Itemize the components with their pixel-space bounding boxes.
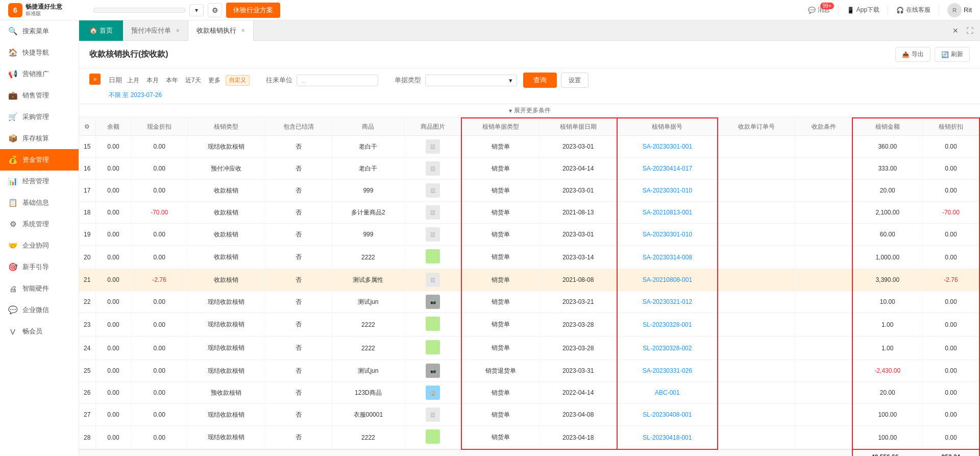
sidebar-item-经营管理[interactable]: 📊 经营管理 [0,171,79,192]
close-tab-btn[interactable]: ✕ [949,25,962,37]
sidebar-item-快捷导航[interactable]: 🏠 快捷导航 [0,42,79,63]
service-icon: 🎧 [896,7,904,14]
cell-bill-no[interactable]: SA-20230301-001 [617,136,718,158]
cell-settled: 否 [265,291,332,313]
sidebar-item-采购管理[interactable]: 🛒 采购管理 [0,106,79,128]
product-image [426,249,440,263]
cell-bill-type: 销货单 [461,382,539,404]
th-settings[interactable]: ⚙ [79,118,95,136]
expand-arrow[interactable]: » [89,74,101,85]
tab-prepay-close[interactable]: × [176,28,180,34]
cell-write-off-disc: 0.00 [922,180,979,202]
cell-type: 预收款核销 [188,382,265,404]
dropdown-button[interactable]: ▾ [189,4,204,16]
gear-button[interactable]: ⚙ [208,3,222,17]
tab-home-label: 首页 [100,26,113,35]
cell-discount: 0.00 [131,404,188,426]
cell-bill-no[interactable]: SL-20230328-002 [617,337,718,360]
cell-discount: 0.00 [131,246,188,269]
table-row: 27 0.00 0.00 现结收款核销 否 衣服00001 🖼 销货单 2023… [79,404,979,426]
cell-bill-no[interactable]: SA-20230314-008 [617,246,718,269]
product-image: 🏢 [426,386,440,400]
cell-settled: 否 [265,136,332,158]
th-amount: 核销金额 [852,118,923,136]
cell-goods-img: 🖼 [405,180,462,202]
sidebar-label: 采购管理 [22,112,49,122]
sidebar-item-新手引导[interactable]: 🎯 新手引导 [0,256,79,278]
sidebar-item-企业协同[interactable]: 🤝 企业协同 [0,235,79,256]
partner-dots: ... [301,77,307,84]
industry-button[interactable]: 休验行业方案 [226,3,280,18]
cell-goods-img: 🖼 [405,224,462,246]
cell-bill-no[interactable]: SL-20230328-001 [617,313,718,337]
cell-bill-no[interactable]: SA-20230301-010 [617,180,718,202]
cell-discount: -2.76 [131,269,188,291]
sidebar-item-库存核算[interactable]: 📦 库存核算 [0,128,79,149]
main-layout: 🔍 搜索菜单 🏠 快捷导航 📢 营销推广 💼 销售管理 🛒 采购管理 📦 库存核… [0,20,980,456]
cell-order-no [718,158,795,180]
table-row: 25 0.00 0.00 现结收款核销 否 测试jun 📷 销货退货单 2023… [79,360,979,382]
last7-link[interactable]: 近7天 [183,75,203,86]
cell-bill-date: 2021-08-13 [540,202,617,224]
expand-tab-btn[interactable]: ⛶ [964,25,976,37]
app-download-button[interactable]: 📱 App下载 [847,6,879,14]
sidebar-label: 新手引导 [22,262,49,272]
message-button[interactable]: 💬 消息 99+ [808,6,830,14]
bill-type-select[interactable]: ▾ [425,75,517,86]
cell-settled: 否 [265,404,332,426]
sidebar-item-搜索菜单[interactable]: 🔍 搜索菜单 [0,20,79,42]
cell-bill-no[interactable]: SA-20230331-026 [617,360,718,382]
cell-bill-date: 2023-03-01 [540,136,617,158]
table-area: ⚙ 余额 现金折扣 核销类型 包含已结清 商品 商品图片 核销单据类型 核销单据… [79,117,980,456]
cell-bill-no[interactable]: ABC-001 [617,382,718,404]
cell-bill-no[interactable]: SA-20210808-001 [617,269,718,291]
cell-bill-no[interactable]: SL-20230418-001 [617,426,718,450]
cell-amount: 100.00 [852,404,923,426]
cell-bill-no[interactable]: SA-20210813-001 [617,202,718,224]
collapse-btn[interactable]: » [89,74,101,85]
cell-bill-date: 2023-03-31 [540,360,617,382]
this-year-link[interactable]: 本年 [164,75,180,86]
table-header-row: ⚙ 余额 现金折扣 核销类型 包含已结清 商品 商品图片 核销单据类型 核销单据… [79,118,979,136]
last-month-link[interactable]: 上月 [125,75,141,86]
tab-writeoff-close[interactable]: × [241,28,245,34]
sidebar-item-资金管理[interactable]: 💰 资金管理 [0,149,79,171]
tab-write-off[interactable]: 收款核销执行 × [188,20,254,41]
cell-settled: 否 [265,382,332,404]
cell-bill-no[interactable]: SA-20230321-012 [617,291,718,313]
sidebar-item-基础信息[interactable]: 📋 基础信息 [0,192,79,213]
tab-prepay-label: 预付冲应付单 [131,26,171,35]
sidebar-item-销售管理[interactable]: 💼 销售管理 [0,85,79,106]
sidebar-item-企业微信[interactable]: 💬 企业微信 [0,299,79,321]
refresh-button[interactable]: 🔄 刷新 [935,47,970,62]
query-button[interactable]: 查询 [523,73,557,88]
sidebar-item-系统管理[interactable]: ⚙ 系统管理 [0,213,79,235]
export-button[interactable]: 📤 导出 [895,47,930,62]
cell-order-no [718,136,795,158]
sidebar-item-营销推广[interactable]: 📢 营销推广 [0,63,79,85]
custom-link[interactable]: 自定义 [226,75,250,86]
user-area[interactable]: R Rit [947,3,972,17]
this-month-link[interactable]: 本月 [144,75,161,86]
cell-no: 22 [79,291,95,313]
tab-prepay[interactable]: 预付冲应付单 × [123,20,188,41]
tab-home[interactable]: 🏠 首页 [79,20,123,41]
expand-more-btn[interactable]: ▾ 展开更多条件 [509,106,551,115]
setting-button[interactable]: 设置 [561,73,589,88]
sidebar-label: 营销推广 [22,69,49,79]
online-service-button[interactable]: 🎧 在线客服 [896,6,930,14]
cell-write-off-disc: 0.00 [922,291,979,313]
sidebar-item-畅会员[interactable]: V 畅会员 [0,321,79,342]
cell-bill-no[interactable]: SA-20230301-010 [617,224,718,246]
sidebar-item-智能硬件[interactable]: 🖨 智能硬件 [0,278,79,299]
cell-settled: 否 [265,224,332,246]
more-link[interactable]: 更多 [206,75,223,86]
divider2 [888,5,888,15]
cell-goods: 999 [332,180,405,202]
product-image: 🖼 [426,205,440,220]
cell-bill-no[interactable]: SL-20230408-001 [617,404,718,426]
cell-discount: 0.00 [131,426,188,450]
page-title: 收款核销执行(按收款) [89,49,168,60]
partner-input-wrap[interactable]: ... [297,75,378,86]
cell-bill-no[interactable]: SA-20230414-017 [617,158,718,180]
